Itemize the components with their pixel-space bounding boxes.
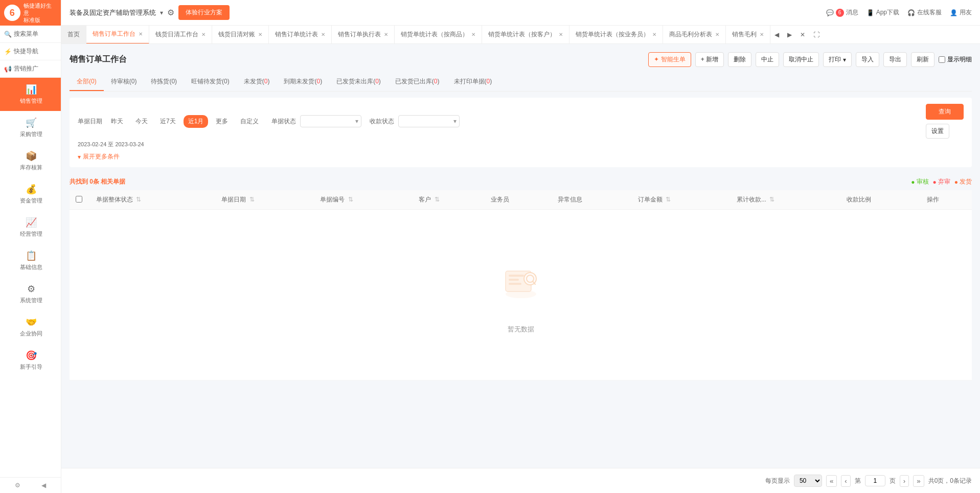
export-btn[interactable]: 导出 — [883, 52, 907, 67]
expand-filter-btn[interactable]: ▾ 展开更多条件 — [78, 152, 964, 161]
tab-sales-stat[interactable]: 销售订单统计表 ✕ — [269, 26, 332, 44]
approve-btn[interactable]: ● 审核 — [911, 177, 928, 186]
sidebar-item-operations[interactable]: 📈 经营管理 — [0, 211, 61, 244]
status-select[interactable] — [300, 115, 361, 127]
collapse-icon[interactable]: ◀ — [41, 482, 46, 489]
user-menu[interactable]: 👤 用友 — [950, 8, 972, 17]
tab-cash-reconcile[interactable]: 钱货日清对账 ✕ — [212, 26, 269, 44]
tab-sales-summary-product[interactable]: 销货单统计表（按商品） ✕ — [395, 26, 482, 44]
smart-create-btn[interactable]: ✦ 智能生单 — [648, 52, 691, 67]
subtab-not-printed[interactable]: 未打印单据(0) — [447, 73, 499, 91]
delete-btn[interactable]: 删除 — [728, 52, 751, 67]
payment-select[interactable] — [398, 115, 460, 127]
tab-cash-daily[interactable]: 钱货日清工作台 ✕ — [149, 26, 212, 44]
tab-sales-exec[interactable]: 销售订单执行表 ✕ — [332, 26, 395, 44]
subtab-shipped-out[interactable]: 已发货已出库(0) — [388, 73, 447, 91]
import-btn[interactable]: 导入 — [856, 52, 879, 67]
tab-sales-summary-customer[interactable]: 销货单统计表（按客户） ✕ — [482, 26, 569, 44]
topbar-setting-icon[interactable]: ⚙ — [167, 8, 174, 17]
tab-close-sales-profit[interactable]: ✕ — [760, 32, 764, 37]
sidebar-item-system[interactable]: ⚙ 系统管理 — [0, 277, 61, 310]
online-service-btn[interactable]: 🎧 在线客服 — [907, 8, 942, 17]
status-select-wrapper — [300, 115, 361, 127]
sidebar-item-purchase[interactable]: 🛒 采购管理 — [0, 111, 61, 144]
tab-close-all[interactable]: ✕ — [796, 31, 809, 38]
subtab-not-shipped[interactable]: 未发货(0) — [237, 73, 277, 91]
sidebar-item-sales[interactable]: 📊 销售管理 — [0, 78, 61, 111]
tab-close-sales-summary-customer[interactable]: ✕ — [559, 32, 563, 37]
tab-close-cash-daily[interactable]: ✕ — [201, 32, 206, 37]
page-input[interactable] — [865, 475, 885, 486]
filter-status-item: 单据状态 — [271, 115, 361, 127]
print-btn[interactable]: 打印 ▾ — [823, 52, 852, 67]
subtab-shipped-not-out[interactable]: 已发货未出库(0) — [329, 73, 388, 91]
add-btn[interactable]: + 新增 — [695, 52, 724, 67]
date-more[interactable]: 更多 — [211, 115, 233, 128]
quick-icon: ⚡ — [4, 48, 12, 55]
subtab-expired-not-shipped[interactable]: 到期未发货(0) — [277, 73, 329, 91]
sort-amount-icon[interactable]: ⇅ — [666, 196, 671, 203]
ship-icon: ● — [954, 178, 958, 186]
date-custom[interactable]: 自定义 — [236, 115, 263, 128]
svg-rect-4 — [509, 283, 521, 285]
sidebar-item-company[interactable]: 🤝 企业协同 — [0, 310, 61, 344]
stop-btn[interactable]: 中止 — [756, 52, 779, 67]
query-btn[interactable]: 查询 — [926, 104, 964, 120]
tab-close-cash-reconcile[interactable]: ✕ — [258, 32, 262, 37]
page-prev-btn[interactable]: ‹ — [841, 475, 850, 487]
page-next-btn[interactable]: › — [900, 475, 909, 487]
sort-collected-icon[interactable]: ⇅ — [769, 196, 774, 203]
subtab-pending-review[interactable]: 待审核(0) — [104, 73, 144, 91]
sidebar-item-promo[interactable]: 📢 营销推广 — [0, 60, 61, 78]
select-all-checkbox[interactable] — [76, 196, 82, 203]
setting-filter-btn[interactable]: 设置 — [926, 124, 949, 139]
tab-close-product-margin[interactable]: ✕ — [715, 32, 719, 37]
sort-number-icon[interactable]: ⇅ — [348, 196, 353, 203]
message-btn[interactable]: 💬 6 消息 — [826, 8, 858, 17]
tab-close-sales-workbench[interactable]: ✕ — [139, 31, 143, 37]
ship-btn[interactable]: ● 发货 — [954, 177, 972, 186]
sidebar-item-search[interactable]: 🔍 搜索菜单 — [0, 26, 61, 43]
subtab-all[interactable]: 全部(0) — [70, 73, 104, 91]
tab-home[interactable]: 首页 — [61, 26, 86, 44]
sidebar-item-finance[interactable]: 💰 资金管理 — [0, 177, 61, 211]
show-detail-checkbox[interactable]: 显示明细 — [939, 55, 972, 64]
tab-sales-summary-staff[interactable]: 销货单统计表（按业务员） ✕ — [569, 26, 663, 44]
tab-product-margin[interactable]: 商品毛利分析表 ✕ — [663, 26, 726, 44]
experience-btn[interactable]: 体验行业方案 — [178, 5, 230, 20]
sidebar-item-basic[interactable]: 📋 基础信息 — [0, 244, 61, 277]
tab-sales-workbench[interactable]: 销售订单工作台 ✕ — [86, 26, 149, 44]
show-detail-input[interactable] — [939, 56, 945, 63]
date-7days[interactable]: 近7天 — [155, 115, 180, 128]
system-dropdown[interactable]: ▾ — [160, 9, 163, 16]
tab-nav-next[interactable]: ▶ — [783, 31, 796, 38]
tab-nav-prev[interactable]: ◀ — [770, 31, 783, 38]
subtab-pending-inspect[interactable]: 待拣货(0) — [144, 73, 184, 91]
sidebar-item-quick[interactable]: ⚡ 快捷导航 — [0, 43, 61, 60]
tab-close-sales-summary-product[interactable]: ✕ — [471, 32, 475, 37]
cancel-stop-btn[interactable]: 取消中止 — [783, 52, 819, 67]
tab-sales-profit[interactable]: 销售毛利 ✕ — [726, 26, 770, 44]
subtab-wangpu-pending[interactable]: 旺铺待发货(0) — [184, 73, 237, 91]
filter-area: 单据日期 昨天 今天 近7天 近1月 更多 自定义 单据状态 — [70, 98, 972, 167]
sort-status-icon[interactable]: ⇅ — [136, 196, 141, 203]
app-download-btn[interactable]: 📱 App下载 — [867, 8, 899, 17]
date-yesterday[interactable]: 昨天 — [106, 115, 128, 128]
tab-close-sales-summary-staff[interactable]: ✕ — [652, 32, 656, 37]
tab-close-sales-exec[interactable]: ✕ — [384, 32, 388, 37]
total-text: 共0页，0条记录 — [928, 477, 972, 485]
per-page-select[interactable]: 50 20 100 — [794, 475, 822, 487]
sidebar-item-guide[interactable]: 🎯 新手引导 — [0, 344, 61, 377]
date-1month[interactable]: 近1月 — [184, 115, 209, 128]
tab-close-sales-stat[interactable]: ✕ — [321, 32, 325, 37]
sidebar-item-inventory[interactable]: 📦 库存核算 — [0, 144, 61, 177]
tab-fullscreen[interactable]: ⛶ — [809, 31, 824, 38]
sort-date-icon[interactable]: ⇅ — [249, 196, 255, 203]
page-last-btn[interactable]: » — [913, 475, 924, 487]
refresh-btn[interactable]: 刷新 — [911, 52, 935, 67]
date-today[interactable]: 今天 — [131, 115, 152, 128]
revoke-btn[interactable]: ● 弃审 — [933, 177, 950, 186]
settings-icon[interactable]: ⚙ — [15, 482, 20, 489]
page-first-btn[interactable]: « — [826, 475, 837, 487]
sort-customer-icon[interactable]: ⇅ — [435, 196, 440, 203]
